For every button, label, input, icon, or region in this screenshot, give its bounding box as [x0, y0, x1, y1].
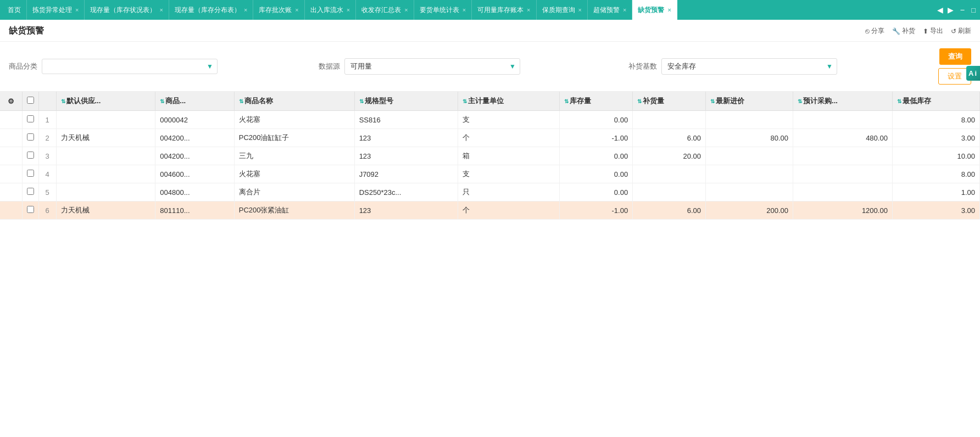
row-spec: 123	[354, 147, 458, 165]
row-gear	[0, 147, 22, 165]
tab-item-inout-flow[interactable]: 出入库流水×	[305, 0, 356, 20]
row-latest-price	[706, 183, 793, 201]
replenish-base-select[interactable]: 安全库存	[661, 58, 837, 75]
tab-label: 要货单统计表	[420, 5, 459, 15]
page-header: 缺货预警 ⎋ 分享 🔧 补货 ⬆ 导出 ↺ 刷新	[0, 20, 980, 42]
sort-icon-6: ⇅	[564, 98, 569, 104]
row-product-name: 三九	[234, 147, 354, 165]
row-min-stock: 3.00	[892, 129, 979, 147]
tab-item-abnormal[interactable]: 拣货异常处理×	[27, 0, 85, 20]
column-checkbox[interactable]	[22, 92, 38, 111]
tab-item-inventory-dist[interactable]: 现存量（库存分布表）×	[169, 0, 253, 20]
column-unit[interactable]: ⇅主计量单位	[458, 92, 560, 111]
tab-close-icon[interactable]: ×	[404, 7, 408, 13]
tab-label: 可用量库存账本	[477, 5, 524, 15]
row-estimated-purchase	[793, 147, 893, 165]
row-checkbox[interactable]	[27, 170, 34, 177]
row-latest-price	[706, 111, 793, 129]
row-product-name: PC200张紧油缸	[234, 201, 354, 220]
row-seq: 5	[38, 183, 56, 201]
column-latest-price[interactable]: ⇅最新进价	[706, 92, 793, 111]
row-supplier	[56, 183, 155, 201]
tab-close-icon[interactable]: ×	[159, 7, 163, 13]
row-checkbox[interactable]	[27, 115, 34, 122]
row-stock: -1.00	[560, 201, 633, 220]
tab-close-icon[interactable]: ×	[463, 7, 466, 13]
tab-next-btn[interactable]: ▶	[945, 5, 956, 14]
sort-icon-7: ⇅	[637, 98, 642, 104]
sort-icon-9: ⇅	[798, 98, 802, 104]
row-estimated-purchase	[793, 165, 893, 183]
header-actions: ⎋ 分享 🔧 补货 ⬆ 导出 ↺ 刷新	[865, 26, 971, 36]
tab-label: 出入库流水	[310, 5, 343, 15]
tab-item-batch-account[interactable]: 库存批次账×	[253, 0, 304, 20]
column-default-supplier[interactable]: ⇅默认供应...	[56, 92, 155, 111]
data-source-select-wrap: 可用量 ▼	[344, 58, 520, 75]
tab-close-icon[interactable]: ×	[623, 7, 626, 13]
export-button[interactable]: ⬆ 导出	[923, 26, 943, 36]
tab-close-icon[interactable]: ×	[347, 7, 350, 13]
refresh-button[interactable]: ↺ 刷新	[951, 26, 971, 36]
row-supplier: 力天机械	[56, 201, 155, 220]
commodity-class-select[interactable]	[42, 59, 218, 74]
tab-item-home[interactable]: 首页	[2, 0, 27, 20]
row-product-name: PC200油缸缸子	[234, 129, 354, 147]
column-stock[interactable]: ⇅库存量	[560, 92, 633, 111]
data-source-select[interactable]: 可用量	[344, 58, 520, 75]
column-min-stock[interactable]: ⇅最低库存	[892, 92, 979, 111]
tab-label: 现存量（库存状况表）	[90, 5, 156, 15]
tab-item-receive-summary[interactable]: 收发存汇总表×	[356, 0, 414, 20]
replenish-button[interactable]: 🔧 补货	[892, 26, 915, 36]
tab-close-icon[interactable]: ×	[527, 7, 530, 13]
row-checkbox[interactable]	[27, 206, 34, 213]
tab-close-icon[interactable]: ×	[75, 7, 79, 13]
row-replenish: 6.00	[633, 129, 706, 147]
row-unit: 个	[458, 129, 560, 147]
column-estimated-purchase[interactable]: ⇅预计采购...	[793, 92, 893, 111]
tab-item-inventory-status[interactable]: 现存量（库存状况表）×	[85, 0, 169, 20]
row-stock: 0.00	[560, 147, 633, 165]
column-product-code[interactable]: ⇅商品...	[155, 92, 234, 111]
tab-item-demand-stats[interactable]: 要货单统计表×	[414, 0, 472, 20]
query-button[interactable]: 查询	[939, 48, 971, 65]
row-checkbox[interactable]	[27, 133, 34, 141]
row-estimated-purchase: 480.00	[793, 129, 893, 147]
row-replenish	[633, 111, 706, 129]
column-spec[interactable]: ⇅规格型号	[354, 92, 458, 111]
page-container: 缺货预警 ⎋ 分享 🔧 补货 ⬆ 导出 ↺ 刷新 商品分类	[0, 20, 980, 437]
tab-item-available-ledger[interactable]: 可用量库存账本×	[472, 0, 536, 20]
tab-maximize-btn[interactable]: □	[969, 6, 978, 14]
tab-minimize-btn[interactable]: －	[956, 4, 969, 16]
row-unit: 支	[458, 111, 560, 129]
tab-close-icon[interactable]: ×	[244, 7, 247, 13]
tab-close-icon[interactable]: ×	[295, 7, 298, 13]
sort-icon: ⇅	[61, 98, 65, 104]
row-replenish	[633, 165, 706, 183]
replenish-base-label: 补货基数	[628, 61, 657, 71]
column-gear[interactable]: ⚙	[0, 92, 22, 111]
tab-item-expiry-query[interactable]: 保质期查询×	[537, 0, 588, 20]
table-row: 2力天机械004200...PC200油缸缸子123个-1.006.0080.0…	[0, 129, 980, 147]
replenish-icon: 🔧	[892, 27, 900, 35]
row-seq: 4	[38, 165, 56, 183]
tab-item-shortage[interactable]: 缺货预警×	[632, 0, 677, 20]
row-latest-price: 80.00	[706, 129, 793, 147]
row-min-stock: 3.00	[892, 201, 979, 220]
tab-close-icon[interactable]: ×	[667, 7, 671, 13]
column-product-name[interactable]: ⇅商品名称	[234, 92, 354, 111]
tab-label: 拣货异常处理	[32, 5, 72, 15]
select-all-checkbox[interactable]	[27, 97, 34, 104]
row-product-code: 801110...	[155, 201, 234, 220]
row-checkbox[interactable]	[27, 188, 34, 195]
ai-badge[interactable]: Ai	[966, 66, 980, 81]
tab-label: 缺货预警	[638, 5, 664, 15]
tab-item-overstock[interactable]: 超储预警×	[588, 0, 632, 20]
row-checkbox-cell	[22, 201, 38, 220]
tab-prev-btn[interactable]: ◀	[935, 5, 945, 14]
row-checkbox-cell	[22, 147, 38, 165]
commodity-class-label: 商品分类	[9, 61, 37, 71]
row-checkbox[interactable]	[27, 152, 34, 159]
tab-close-icon[interactable]: ×	[578, 7, 582, 13]
share-button[interactable]: ⎋ 分享	[865, 26, 884, 36]
column-replenish[interactable]: ⇅补货量	[633, 92, 706, 111]
